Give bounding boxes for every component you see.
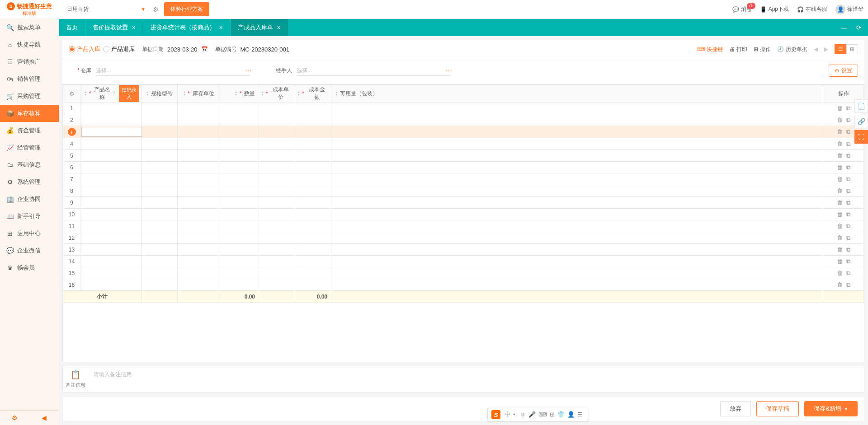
- spec-cell[interactable]: [142, 150, 178, 162]
- add-row-button[interactable]: +: [68, 128, 76, 136]
- product-name-cell[interactable]: [80, 279, 142, 291]
- tab[interactable]: 进货单统计表（按商品）✕: [143, 19, 231, 36]
- sort-icon[interactable]: ▲▼: [183, 91, 186, 96]
- shortcut-button[interactable]: ⌨ 快捷键: [697, 46, 723, 53]
- spec-cell[interactable]: [142, 126, 178, 138]
- tab[interactable]: 首页: [59, 19, 85, 36]
- amount-cell[interactable]: [295, 185, 331, 197]
- amount-cell[interactable]: [295, 138, 331, 150]
- col-spec[interactable]: 规格型号: [151, 90, 173, 98]
- col-amount[interactable]: 成本金额: [307, 86, 327, 101]
- amount-cell[interactable]: [295, 197, 331, 209]
- unit-cell[interactable]: [178, 279, 218, 291]
- copy-row-icon[interactable]: ⧉: [846, 105, 850, 112]
- copy-row-icon[interactable]: ⧉: [846, 199, 850, 206]
- amount-cell[interactable]: [295, 103, 331, 114]
- spec-cell[interactable]: [142, 232, 178, 244]
- delete-row-icon[interactable]: 🗑: [837, 211, 843, 218]
- ime-item[interactable]: ⌨: [538, 411, 547, 418]
- product-name-cell[interactable]: [80, 103, 142, 114]
- delete-row-icon[interactable]: 🗑: [837, 140, 843, 147]
- unit-cell[interactable]: [178, 244, 218, 256]
- col-qty[interactable]: 数量: [244, 90, 255, 98]
- delete-row-icon[interactable]: 🗑: [837, 117, 843, 123]
- unit-cell[interactable]: [178, 173, 218, 185]
- amount-cell[interactable]: [295, 126, 331, 138]
- app-download-button[interactable]: 📱 App下载: [760, 5, 789, 13]
- product-name-cell[interactable]: [80, 173, 142, 185]
- table-row[interactable]: 6🗑⧉: [63, 162, 864, 173]
- sidebar-item[interactable]: ⊞应用中心: [0, 225, 59, 242]
- product-name-cell[interactable]: [80, 232, 142, 244]
- amount-cell[interactable]: [295, 256, 331, 267]
- copy-row-icon[interactable]: ⧉: [846, 234, 850, 241]
- amount-cell[interactable]: [295, 232, 331, 244]
- copy-row-icon[interactable]: ⧉: [846, 164, 850, 171]
- operate-button[interactable]: ⊞ 操作: [754, 46, 771, 53]
- qty-cell[interactable]: [218, 103, 259, 114]
- warehouse-input[interactable]: [96, 65, 250, 76]
- price-cell[interactable]: [259, 114, 295, 126]
- tab-minimize-button[interactable]: —: [838, 22, 850, 33]
- price-cell[interactable]: [259, 256, 295, 267]
- spec-cell[interactable]: [142, 197, 178, 209]
- discard-button[interactable]: 放弃: [720, 401, 751, 416]
- sidebar-item[interactable]: 💰资金管理: [0, 122, 59, 139]
- tab[interactable]: 产成品入库单✕: [231, 19, 288, 36]
- handler-lookup-button[interactable]: ⋯: [446, 67, 452, 75]
- spec-cell[interactable]: [142, 267, 178, 279]
- right-tool-expand[interactable]: ⛶: [854, 130, 868, 144]
- qty-cell[interactable]: [218, 244, 259, 256]
- amount-cell[interactable]: [295, 162, 331, 173]
- unit-cell[interactable]: [178, 103, 218, 114]
- qty-cell[interactable]: [218, 267, 259, 279]
- help-icon[interactable]: ?: [112, 90, 115, 97]
- table-row[interactable]: 1🗑⧉: [63, 103, 864, 114]
- product-name-cell[interactable]: [80, 185, 142, 197]
- sidebar-item[interactable]: 🛍销售管理: [0, 70, 59, 88]
- copy-row-icon[interactable]: ⧉: [846, 176, 850, 182]
- sidebar-collapse-button[interactable]: ◀: [29, 411, 59, 425]
- calendar-icon[interactable]: 📅: [201, 46, 208, 52]
- spec-cell[interactable]: [142, 185, 178, 197]
- doc-date-value[interactable]: 2023-03-20: [167, 46, 198, 53]
- unit-cell[interactable]: [178, 185, 218, 197]
- copy-row-icon[interactable]: ⧉: [846, 258, 850, 265]
- ime-item[interactable]: 中: [505, 411, 510, 418]
- unit-cell[interactable]: [178, 220, 218, 232]
- copy-row-icon[interactable]: ⧉: [846, 152, 850, 159]
- col-price[interactable]: 成本单价: [271, 86, 291, 101]
- ime-item[interactable]: •ˌ: [513, 411, 517, 418]
- table-row[interactable]: 4🗑⧉: [63, 138, 864, 150]
- price-cell[interactable]: [259, 220, 295, 232]
- sort-icon[interactable]: ▲▼: [234, 91, 237, 96]
- amount-cell[interactable]: [295, 173, 331, 185]
- table-row[interactable]: 16🗑⧉: [63, 279, 864, 291]
- qty-cell[interactable]: [218, 279, 259, 291]
- unit-cell[interactable]: [178, 150, 218, 162]
- sidebar-item[interactable]: 🛒采购管理: [0, 88, 59, 105]
- product-name-cell[interactable]: [80, 244, 142, 256]
- save-draft-button[interactable]: 保存草稿: [756, 401, 799, 416]
- spec-cell[interactable]: [142, 256, 178, 267]
- delete-row-icon[interactable]: 🗑: [837, 152, 843, 159]
- price-cell[interactable]: [259, 197, 295, 209]
- sidebar-item[interactable]: ⌂快捷导航: [0, 36, 59, 53]
- qty-cell[interactable]: [218, 232, 259, 244]
- spec-cell[interactable]: [142, 162, 178, 173]
- delete-row-icon[interactable]: 🗑: [837, 281, 843, 288]
- unit-cell[interactable]: [178, 126, 218, 138]
- product-name-cell[interactable]: [80, 256, 142, 267]
- product-name-cell[interactable]: [80, 220, 142, 232]
- sidebar-settings-button[interactable]: ⚙: [0, 411, 29, 425]
- sidebar-item[interactable]: ⚙系统管理: [0, 173, 59, 191]
- product-name-cell[interactable]: [80, 114, 142, 126]
- form-settings-button[interactable]: ⚙ 设置: [829, 65, 858, 77]
- spec-cell[interactable]: [142, 103, 178, 114]
- delete-row-icon[interactable]: 🗑: [837, 164, 843, 171]
- spec-cell[interactable]: [142, 138, 178, 150]
- scan-entry-button[interactable]: 扫码录入: [119, 85, 139, 102]
- unit-cell[interactable]: [178, 138, 218, 150]
- table-row[interactable]: 8🗑⧉: [63, 185, 864, 197]
- qty-cell[interactable]: [218, 138, 259, 150]
